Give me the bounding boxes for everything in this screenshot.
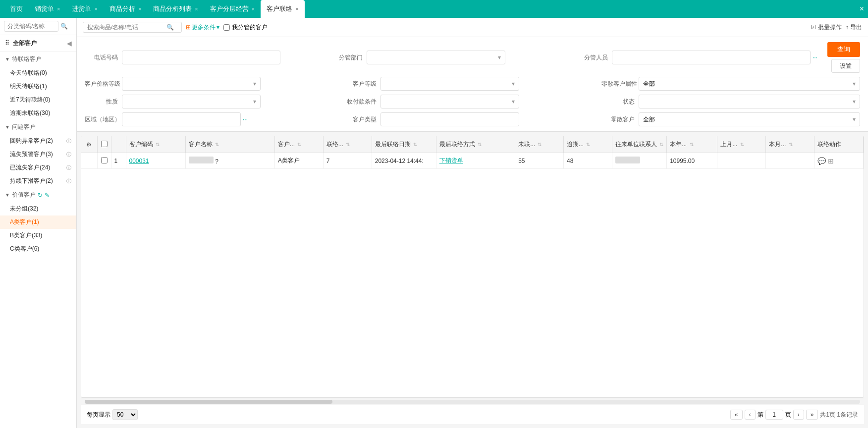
nav-sales[interactable]: 销货单 × [29, 0, 66, 18]
status-label: 状态 [601, 98, 639, 106]
sidebar-item-warning[interactable]: 流失预警客户(3) ⓘ [0, 148, 76, 161]
sidebar-item-lost[interactable]: 已流失客户(24) ⓘ [0, 161, 76, 174]
sidebar-item-overdue[interactable]: 逾期未联络(30) [0, 107, 76, 120]
sidebar-all-customers[interactable]: ⠿ 全部客户 ◀ [0, 35, 76, 52]
row-chat-icon[interactable]: 💬 [817, 157, 826, 165]
close-product-list-icon[interactable]: × [195, 6, 198, 12]
edit-icon[interactable]: ✎ [45, 192, 50, 199]
filter-status: 状态 ▾ [601, 95, 860, 108]
export-btn[interactable]: ↑ 导出 [846, 23, 862, 32]
region-more-icon[interactable]: ··· [241, 116, 250, 123]
page-size-select[interactable]: 50 100 [112, 409, 138, 420]
class-c-label: C类客户(6) [10, 245, 39, 253]
sidebar-item-ungrouped[interactable]: 未分组(32) [0, 202, 76, 215]
th-this-year[interactable]: 本年... ⇅ [667, 136, 717, 153]
horizontal-scrollbar[interactable] [81, 398, 864, 405]
page-number-input[interactable] [765, 410, 783, 420]
close-sales-icon[interactable]: × [57, 6, 60, 12]
close-purchase-icon[interactable]: × [94, 6, 97, 12]
department-label: 分管部门 [329, 54, 367, 62]
th-overdue[interactable]: 逾期... ⇅ [563, 136, 612, 153]
tomorrow-label: 明天待联络(1) [10, 82, 47, 91]
filter-search-input[interactable] [87, 24, 166, 31]
person-select[interactable] [612, 51, 811, 64]
declining-label: 持续下滑客户(2) [10, 177, 53, 185]
price-level-select[interactable]: ▾ [122, 77, 261, 91]
sidebar-item-declining[interactable]: 持续下滑客户(2) ⓘ [0, 174, 76, 188]
export-label: 导出 [850, 24, 862, 31]
th-gear[interactable]: ⚙ [81, 136, 97, 153]
nav-customer-contact[interactable]: 客户联络 × [261, 0, 304, 18]
set-button[interactable]: 设置 [831, 59, 860, 73]
retail-select[interactable]: 全部 ▾ [639, 112, 860, 126]
close-all-tabs[interactable]: × [860, 4, 864, 13]
phone-input[interactable] [122, 51, 280, 64]
sidebar-item-today[interactable]: 今天待联络(0) [0, 66, 76, 80]
region-input[interactable] [122, 112, 241, 126]
status-select[interactable]: ▾ [639, 95, 860, 108]
sidebar-item-tomorrow[interactable]: 明天待联络(1) [0, 80, 76, 93]
nav-product-analysis[interactable]: 商品分析 × [104, 0, 147, 18]
batch-action-btn[interactable]: ☑ 批量操作 [811, 23, 841, 32]
sidebar-item-7days[interactable]: 近7天待联络(0) [0, 93, 76, 107]
th-code[interactable]: 客户编码 ⇅ [126, 136, 186, 153]
prev-page-btn[interactable]: ‹ [745, 410, 756, 420]
row-last-method-link[interactable]: 下销货单 [439, 157, 463, 164]
th-type[interactable]: 客户... ⇅ [275, 136, 324, 153]
sidebar: 🔍 ⠿ 全部客户 ◀ ▼ 待联络客户 今天待联络(0) 明天待联络(1) 近7 [0, 18, 77, 428]
person-more-icon[interactable]: ··· [811, 54, 819, 61]
close-product-analysis-icon[interactable]: × [138, 6, 141, 12]
my-customers-check-input[interactable] [223, 24, 230, 31]
row-code-link[interactable]: 000031 [129, 158, 149, 164]
next-page-btn[interactable]: › [793, 410, 804, 420]
sidebar-search-icon[interactable]: 🔍 [60, 23, 68, 30]
filter-search-icon[interactable]: 🔍 [166, 24, 174, 31]
row-last-method: 下销货单 [436, 153, 515, 169]
th-this-month[interactable]: 本月... ⇅ [766, 136, 814, 153]
filter-more-btn[interactable]: ⊞ 更多条件 ▾ [186, 23, 219, 32]
close-customer-segment-icon[interactable]: × [252, 6, 255, 12]
scroll-thumb[interactable] [85, 400, 332, 404]
my-customers-checkbox[interactable]: 我分管的客户 [223, 23, 268, 32]
nature-select[interactable]: ▾ [122, 95, 261, 108]
top-navigation: 首页 销货单 × 进货单 × 商品分析 × 商品分析列表 × 客户分层经营 × … [0, 0, 868, 18]
refresh-icon[interactable]: ↻ [38, 192, 43, 199]
sidebar-item-abnormal[interactable]: 回购异常客户(2) ⓘ [0, 134, 76, 148]
sidebar-item-class-a[interactable]: A类客户(1) [0, 215, 76, 229]
sidebar-collapse-icon[interactable]: ◀ [67, 40, 71, 47]
nav-purchase[interactable]: 进货单 × [66, 0, 103, 18]
select-all-checkbox[interactable] [101, 141, 108, 147]
th-not-contacted[interactable]: 未联... ⇅ [515, 136, 564, 153]
sidebar-search-input[interactable] [4, 21, 58, 32]
payment-caret-icon: ▾ [512, 98, 515, 105]
nav-customer-segment[interactable]: 客户分层经营 × [204, 0, 261, 18]
declining-info-icon: ⓘ [66, 178, 71, 185]
value-section-header[interactable]: ▼ 价值客户 ↻ ✎ [0, 188, 76, 202]
problem-section-header[interactable]: ▼ 问题客户 [0, 120, 76, 134]
close-customer-contact-icon[interactable]: × [295, 6, 298, 12]
nav-home[interactable]: 首页 [4, 0, 29, 18]
th-last-method[interactable]: 最后联络方式 ⇅ [436, 136, 515, 153]
nav-product-list[interactable]: 商品分析列表 × [147, 0, 204, 18]
last-page-btn[interactable]: » [806, 410, 818, 420]
th-name[interactable]: 客户名称 ⇅ [186, 136, 275, 153]
retail-attr-select[interactable]: 全部 ▾ [639, 77, 860, 91]
query-button[interactable]: 查询 [827, 42, 860, 57]
th-name-label: 客户名称 [189, 141, 213, 148]
sidebar-item-class-c[interactable]: C类客户(6) [0, 242, 76, 256]
th-last-date[interactable]: 最后联络日期 ⇅ [372, 136, 436, 153]
customer-level-select[interactable]: ▾ [380, 77, 519, 91]
th-last-month[interactable]: 上月... ⇅ [717, 136, 766, 153]
th-unit-contact[interactable]: 往来单位联系人 ⇅ [612, 136, 666, 153]
department-select[interactable]: ▾ [367, 51, 505, 64]
th-contact[interactable]: 联络... ⇅ [323, 136, 372, 153]
sidebar-item-class-b[interactable]: B类客户(33) [0, 229, 76, 242]
row-select-checkbox[interactable] [101, 157, 108, 163]
row-qr-icon[interactable]: ⊞ [828, 157, 834, 165]
customer-type-input[interactable] [380, 112, 519, 126]
payment-select[interactable]: ▾ [380, 95, 519, 108]
query-btn-group: 查询 设置 [819, 42, 860, 73]
pending-section-header[interactable]: ▼ 待联络客户 [0, 52, 76, 66]
first-page-btn[interactable]: « [730, 410, 743, 420]
th-not-contacted-sort-icon: ⇅ [538, 142, 542, 147]
